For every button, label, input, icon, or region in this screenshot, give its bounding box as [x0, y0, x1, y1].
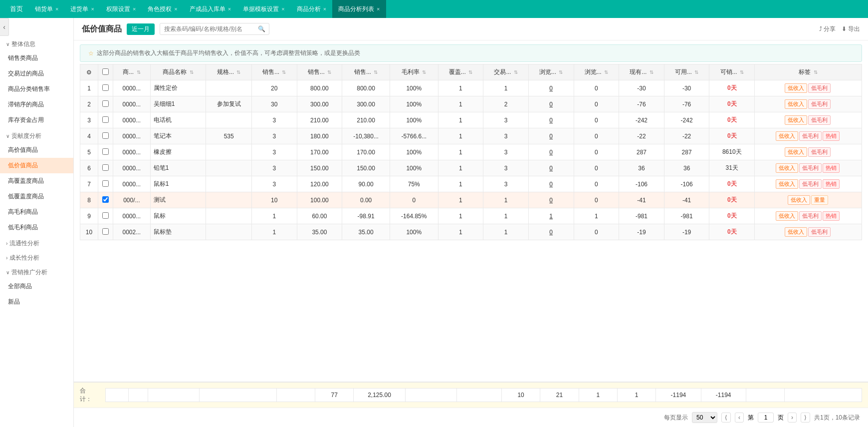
tag: 低毛利: [808, 115, 831, 125]
col-view2[interactable]: 浏览... ⇅: [574, 64, 619, 80]
row-checkbox[interactable]: [102, 212, 109, 219]
view-link[interactable]: 0: [549, 149, 553, 156]
view-link[interactable]: 0: [549, 165, 553, 172]
sidebar-item-high-value[interactable]: 高价值商品: [0, 142, 73, 158]
nav-production-close[interactable]: ×: [228, 6, 231, 12]
row-checkbox[interactable]: [102, 84, 109, 91]
nav-analysis-list[interactable]: 商品分析列表 ×: [332, 0, 386, 18]
sidebar-item-inventory-cost[interactable]: 库存资金占用: [0, 112, 73, 128]
cell-checkbox[interactable]: [98, 96, 113, 112]
row-checkbox[interactable]: [102, 180, 109, 187]
sidebar-item-category-rate[interactable]: 商品分类销售率: [0, 81, 73, 97]
page-size-select[interactable]: 50 100 200: [692, 412, 717, 423]
col-sale-amt1[interactable]: 销售... ⇅: [297, 64, 342, 80]
nav-analysis-close[interactable]: ×: [323, 6, 326, 12]
sidebar-item-low-value[interactable]: 低价值商品: [0, 158, 73, 173]
sidebar-collapse-btn[interactable]: ‹: [0, 18, 9, 36]
nav-roles[interactable]: 角色授权 ×: [142, 0, 183, 18]
row-checkbox[interactable]: [102, 100, 109, 107]
sidebar-item-all-products[interactable]: 全部商品: [0, 279, 73, 294]
col-stock1[interactable]: 现有... ⇅: [619, 64, 664, 80]
nav-sales[interactable]: 销货单 ×: [29, 0, 64, 18]
cell-sale-amt1: 35.00: [297, 224, 342, 240]
sidebar-item-high-margin[interactable]: 高毛利商品: [0, 204, 73, 220]
cell-checkbox[interactable]: [98, 128, 113, 144]
col-view1[interactable]: 浏览... ⇅: [528, 64, 574, 80]
col-stock2[interactable]: 可用... ⇅: [664, 64, 709, 80]
cell-checkbox[interactable]: [98, 160, 113, 176]
cell-checkbox[interactable]: [98, 112, 113, 128]
nav-analysis[interactable]: 商品分析 ×: [291, 0, 332, 18]
sidebar-group-overall[interactable]: ∨ 整体信息: [0, 36, 73, 50]
view-link[interactable]: 0: [549, 117, 553, 124]
view-link[interactable]: 0: [549, 197, 553, 204]
col-sale-qty[interactable]: 销售... ⇅: [251, 64, 297, 80]
sidebar-item-low-margin[interactable]: 低毛利商品: [0, 220, 73, 235]
sidebar-group-growth[interactable]: › 成长性分析: [0, 250, 73, 264]
view-link[interactable]: 0: [549, 101, 553, 108]
view-link[interactable]: 0: [549, 133, 553, 140]
cell-checkbox[interactable]: [98, 80, 113, 96]
first-page-btn[interactable]: ⟨: [721, 413, 731, 423]
view-link[interactable]: 0: [549, 181, 553, 188]
row-checkbox[interactable]: [102, 228, 109, 235]
col-trade[interactable]: 交易... ⇅: [483, 64, 529, 80]
col-stock3[interactable]: 可销... ⇅: [709, 64, 755, 80]
nav-production[interactable]: 产成品入库单 ×: [184, 0, 237, 18]
row-checkbox[interactable]: [102, 116, 109, 123]
col-coverage[interactable]: 覆盖... ⇅: [438, 64, 483, 80]
nav-home[interactable]: 首页: [4, 0, 29, 18]
nav-template[interactable]: 单据模板设置 ×: [237, 0, 290, 18]
next-page-btn[interactable]: ›: [788, 413, 797, 423]
nav-permissions-close[interactable]: ×: [133, 6, 136, 12]
nav-roles-close[interactable]: ×: [174, 6, 177, 12]
col-settings[interactable]: ⚙: [80, 64, 98, 80]
col-gross-rate[interactable]: 毛利率 ⇅: [390, 64, 438, 80]
row-checkbox[interactable]: [102, 132, 109, 139]
sidebar-item-low-coverage[interactable]: 低覆盖度商品: [0, 189, 73, 204]
row-checkbox[interactable]: [102, 196, 109, 203]
nav-template-close[interactable]: ×: [281, 6, 284, 12]
prev-page-btn[interactable]: ‹: [735, 413, 744, 423]
nav-purchase-close[interactable]: ×: [91, 6, 94, 12]
col-name[interactable]: 商品名称 ⇅: [150, 64, 206, 80]
sidebar-group-contribution[interactable]: ∨ 贡献度分析: [0, 128, 73, 142]
view-link[interactable]: 0: [549, 229, 553, 236]
view-link[interactable]: 0: [549, 85, 553, 92]
cell-coverage: 1: [438, 208, 483, 224]
col-spec[interactable]: 规格... ⇅: [206, 64, 252, 80]
row-checkbox[interactable]: [102, 164, 109, 171]
col-sale-amt2[interactable]: 销售... ⇅: [342, 64, 390, 80]
view-link[interactable]: 1: [549, 213, 553, 220]
export-button[interactable]: ⬇ 导出: [842, 25, 860, 33]
select-all-checkbox[interactable]: [102, 68, 109, 75]
sidebar-item-high-coverage[interactable]: 高覆盖度商品: [0, 173, 73, 189]
chevron-down-icon-2: ∨: [6, 133, 9, 139]
sidebar-group-circulation[interactable]: › 流通性分析: [0, 235, 73, 250]
share-button[interactable]: ⤴ 分享: [819, 25, 836, 33]
tag: 低收入: [785, 83, 807, 93]
cell-checkbox[interactable]: [98, 192, 113, 208]
cell-checkbox[interactable]: [98, 208, 113, 224]
sidebar-group-marketing[interactable]: ∨ 营销推广分析: [0, 264, 73, 279]
col-tags[interactable]: 标签 ⇅: [755, 64, 862, 80]
sidebar-item-slow-moving[interactable]: 滞销序的商品: [0, 97, 73, 112]
last-page-btn[interactable]: ⟩: [801, 413, 810, 423]
page-number-input[interactable]: [758, 413, 774, 423]
row-checkbox[interactable]: [102, 148, 109, 155]
nav-analysis-list-close[interactable]: ×: [377, 6, 380, 12]
nav-sales-close[interactable]: ×: [55, 6, 58, 12]
cell-checkbox[interactable]: [98, 144, 113, 160]
col-code[interactable]: 商... ⇅: [113, 64, 151, 80]
period-button[interactable]: 近一月: [127, 23, 155, 35]
nav-purchase[interactable]: 进货单 ×: [64, 0, 100, 18]
nav-permissions[interactable]: 权限设置 ×: [100, 0, 142, 18]
search-icon[interactable]: 🔍: [258, 25, 265, 32]
sidebar-item-new-products[interactable]: 新品: [0, 294, 73, 310]
search-input[interactable]: [160, 23, 269, 35]
sidebar-item-sales-products[interactable]: 销售类商品: [0, 50, 73, 66]
cell-checkbox[interactable]: [98, 176, 113, 192]
col-checkbox[interactable]: [98, 64, 113, 80]
sidebar-item-traded-products[interactable]: 交易过的商品: [0, 66, 73, 81]
cell-checkbox[interactable]: [98, 224, 113, 240]
